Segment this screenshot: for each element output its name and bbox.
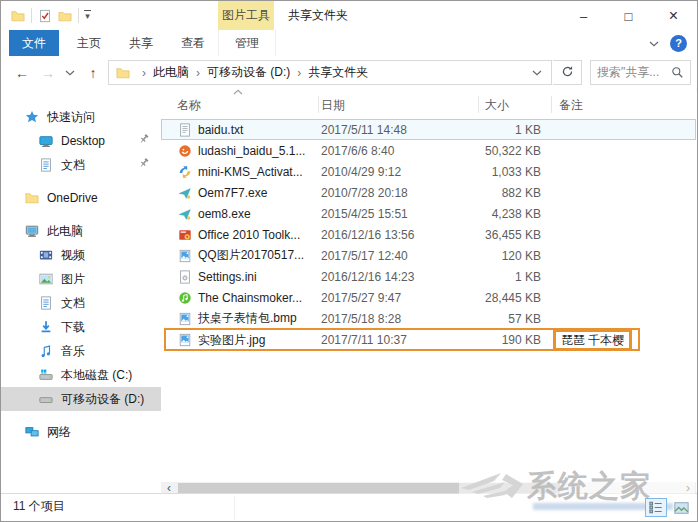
breadcrumb-chevron-icon[interactable]: › bbox=[297, 66, 301, 80]
sidebar-item-downloads[interactable]: 下载 bbox=[1, 315, 161, 339]
video-icon bbox=[39, 248, 53, 262]
ribbon-right-controls: ? bbox=[649, 30, 687, 56]
image-file-icon bbox=[178, 249, 192, 263]
column-header-size[interactable]: 大小 bbox=[485, 97, 509, 114]
back-button[interactable]: ← bbox=[9, 56, 35, 89]
column-header-name[interactable]: 名称 bbox=[177, 97, 201, 114]
scrollbar-thumb[interactable] bbox=[178, 483, 560, 493]
file-row[interactable]: QQ图片20170517...2017/5/17 12:40120 KB bbox=[161, 245, 696, 266]
search-placeholder: 搜索"共享... bbox=[597, 64, 659, 81]
drive-icon bbox=[39, 392, 53, 406]
file-name-cell[interactable]: oem8.exe bbox=[161, 207, 319, 221]
sidebar-item-label: 可移动设备 (D:) bbox=[61, 391, 144, 408]
sidebar-item-documents[interactable]: 文档 bbox=[1, 291, 161, 315]
sidebar-item-removable-d[interactable]: 可移动设备 (D:) bbox=[1, 387, 161, 411]
ribbon-collapse-chevron-icon[interactable] bbox=[649, 36, 659, 50]
maximize-button[interactable]: □ bbox=[606, 2, 651, 30]
new-folder-icon[interactable] bbox=[55, 6, 75, 26]
file-row[interactable]: oem8.exe2015/4/25 15:514,238 KB bbox=[161, 203, 696, 224]
file-row[interactable]: Settings.ini2016/12/16 14:231 KB bbox=[161, 266, 696, 287]
sidebar-item-local-disk-c[interactable]: 本地磁盘 (C:) bbox=[1, 363, 161, 387]
file-size: 4,238 KB bbox=[479, 207, 545, 221]
sidebar-item-network[interactable]: 网络 bbox=[1, 420, 161, 444]
file-name-cell[interactable]: The Chainsmoker... bbox=[161, 291, 319, 305]
file-row[interactable]: 扶桌子表情包.bmp2017/5/18 8:2857 KB bbox=[161, 308, 696, 329]
breadcrumb-chevron-icon[interactable]: › bbox=[142, 66, 146, 80]
file-row[interactable]: baidu.txt2017/5/11 14:481 KB bbox=[161, 119, 696, 140]
breadcrumb-segment[interactable]: 共享文件夹 bbox=[308, 64, 368, 81]
address-bar: ← → ↑ ›此电脑›可移动设备 (D:)›共享文件夹 搜索"共享... bbox=[1, 56, 697, 90]
app-folder-icon[interactable] bbox=[8, 6, 28, 26]
music-icon bbox=[39, 344, 53, 358]
file-name-cell[interactable]: ludashi_baidu_5.1... bbox=[161, 144, 319, 158]
up-button[interactable]: ↑ bbox=[81, 56, 105, 89]
download-icon bbox=[39, 320, 53, 334]
file-row[interactable]: The Chainsmoker...2017/5/27 9:4728,445 K… bbox=[161, 287, 696, 308]
explorer-window: ▾ 图片工具 共享文件夹 – □ × 文件 主页共享查看 管理 ? ← → ↑ … bbox=[0, 0, 698, 522]
tab-manage[interactable]: 管理 bbox=[218, 30, 276, 56]
file-row[interactable]: 实验图片.jpg2017/7/11 10:37190 KB琵琶 千本樱 bbox=[161, 329, 696, 350]
recent-locations-chevron-icon[interactable] bbox=[61, 56, 79, 89]
properties-check-icon[interactable] bbox=[35, 6, 55, 26]
contextual-tab-picture-tools[interactable]: 图片工具 bbox=[218, 1, 274, 30]
file-row[interactable]: mini-KMS_Activat...2010/4/29 9:121,033 K… bbox=[161, 161, 696, 182]
folder-icon bbox=[25, 191, 39, 205]
sidebar-item-onedrive[interactable]: OneDrive bbox=[1, 186, 161, 210]
help-icon[interactable]: ? bbox=[670, 35, 687, 52]
qat-customize-chevron-icon[interactable]: ▾ bbox=[84, 10, 91, 21]
file-name-cell[interactable]: Oem7F7.exe bbox=[161, 186, 319, 200]
sidebar-item-label: 视频 bbox=[61, 247, 85, 264]
file-row[interactable]: ludashi_baidu_5.1...2017/6/6 8:4050,322 … bbox=[161, 140, 696, 161]
breadcrumb-segment[interactable]: 此电脑 bbox=[153, 64, 189, 81]
tab-home[interactable]: 主页 bbox=[63, 30, 115, 56]
breadcrumb-chevron-icon[interactable]: › bbox=[196, 66, 200, 80]
column-header-note[interactable]: 备注 bbox=[559, 97, 583, 114]
minimize-button[interactable]: – bbox=[561, 2, 606, 30]
file-size: 1,033 KB bbox=[479, 165, 545, 179]
tab-view[interactable]: 查看 bbox=[167, 30, 219, 56]
file-size: 882 KB bbox=[479, 186, 545, 200]
address-dropdown-chevron-icon[interactable] bbox=[532, 70, 542, 76]
sidebar-item-pictures[interactable]: 图片 bbox=[1, 267, 161, 291]
address-box[interactable]: ›此电脑›可移动设备 (D:)›共享文件夹 bbox=[108, 60, 552, 85]
search-input[interactable]: 搜索"共享... bbox=[590, 60, 691, 85]
file-date: 2017/5/18 8:28 bbox=[319, 312, 479, 326]
column-divider[interactable] bbox=[478, 96, 479, 113]
sidebar-item-videos[interactable]: 视频 bbox=[1, 243, 161, 267]
breadcrumb-segment[interactable]: 可移动设备 (D:) bbox=[207, 64, 290, 81]
file-name-cell[interactable]: 扶桌子表情包.bmp bbox=[161, 310, 319, 327]
column-divider[interactable] bbox=[318, 96, 319, 113]
sidebar-item-quick-access[interactable]: 快速访问 bbox=[1, 105, 161, 129]
file-name-cell[interactable]: Settings.ini bbox=[161, 270, 319, 284]
sidebar-item-music[interactable]: 音乐 bbox=[1, 339, 161, 363]
file-date: 2017/5/11 14:48 bbox=[319, 123, 479, 137]
file-name-cell[interactable]: Office 2010 Toolk... bbox=[161, 228, 319, 242]
file-name-cell[interactable]: 实验图片.jpg bbox=[161, 332, 319, 349]
file-row[interactable]: Oem7F7.exe2010/7/28 20:18882 KB bbox=[161, 182, 696, 203]
ribbon-tab-row: 文件 主页共享查看 管理 ? bbox=[1, 30, 697, 57]
tab-share[interactable]: 共享 bbox=[115, 30, 167, 56]
file-date: 2017/5/27 9:47 bbox=[319, 291, 479, 305]
forward-button[interactable]: → bbox=[35, 56, 61, 89]
refresh-icon bbox=[561, 65, 574, 81]
document-icon bbox=[39, 158, 53, 172]
file-name-cell[interactable]: baidu.txt bbox=[161, 123, 319, 137]
file-name: The Chainsmoker... bbox=[198, 291, 302, 305]
file-date: 2017/7/11 10:37 bbox=[319, 333, 479, 347]
sidebar-item-desktop[interactable]: Desktop bbox=[1, 129, 161, 153]
sidebar-item-this-pc[interactable]: 此电脑 bbox=[1, 219, 161, 243]
sidebar-item-label: 音乐 bbox=[61, 343, 85, 360]
file-row[interactable]: Office 2010 Toolk...2016/12/16 13:5636,4… bbox=[161, 224, 696, 245]
column-divider[interactable] bbox=[551, 96, 552, 113]
column-header-date[interactable]: 日期 bbox=[321, 97, 345, 114]
file-date: 2010/4/29 9:12 bbox=[319, 165, 479, 179]
thumbnails-view-button[interactable] bbox=[670, 498, 692, 517]
file-name-cell[interactable]: QQ图片20170517... bbox=[161, 247, 319, 264]
app-teal-icon bbox=[178, 186, 192, 200]
sidebar-item-documents-pinned[interactable]: 文档 bbox=[1, 153, 161, 177]
close-button[interactable]: × bbox=[651, 2, 696, 30]
details-view-button[interactable] bbox=[645, 498, 667, 517]
refresh-button[interactable] bbox=[553, 60, 582, 85]
tab-file[interactable]: 文件 bbox=[9, 30, 59, 56]
file-name-cell[interactable]: mini-KMS_Activat... bbox=[161, 165, 319, 179]
